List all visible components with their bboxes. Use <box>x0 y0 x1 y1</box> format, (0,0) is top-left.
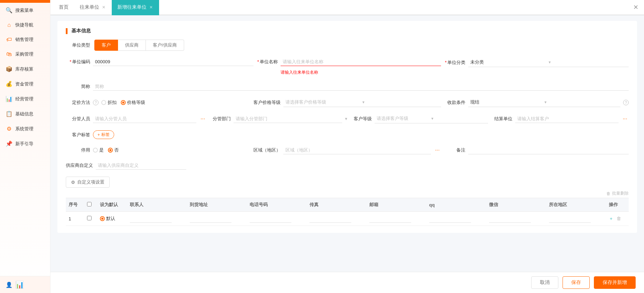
customer-tag-label: 客户标签 <box>66 132 90 138</box>
th-region: 所在地区 <box>546 198 606 212</box>
row-address-input[interactable] <box>190 214 231 223</box>
payment-terms-select[interactable]: 现结 ▾ <box>468 98 620 107</box>
section-title-text: 基本信息 <box>71 28 91 34</box>
row-default-radio[interactable]: 默认 <box>100 215 124 222</box>
unit-name-input[interactable] <box>281 58 441 66</box>
unit-type-group: 客户 供应商 客户/供应商 <box>94 40 184 51</box>
region-input[interactable] <box>283 146 431 154</box>
th-fax: 传真 <box>307 198 367 212</box>
tab-partners-close[interactable]: ✕ <box>101 5 106 10</box>
disabled-region-row: 停用 是 否 区域（地区） ··· <box>66 146 629 154</box>
row-delete-icon[interactable]: 🗑 <box>616 216 621 221</box>
th-contact: 联系人 <box>127 198 187 212</box>
short-name-label: 简称 <box>66 83 90 90</box>
manager-label: 分管人员 <box>66 116 90 122</box>
box-icon: 📦 <box>6 66 13 72</box>
batch-delete-row[interactable]: 🗑 批量删除 <box>66 190 629 196</box>
settlement-more-icon[interactable]: ··· <box>621 116 629 122</box>
sidebar-item-guide[interactable]: 📌 新手引导 <box>0 136 50 151</box>
pricing-radio-discount[interactable]: 折扣 <box>101 99 117 106</box>
disabled-yes[interactable]: 是 <box>93 147 104 153</box>
row-fax-input[interactable] <box>309 214 351 223</box>
sidebar-item-finance[interactable]: 💰 资金管理 <box>0 76 50 91</box>
add-tag-icon: + <box>97 132 100 137</box>
row-default: 默认 <box>97 212 127 226</box>
customer-tag-row: 客户标签 + 标签 <box>66 130 629 139</box>
sidebar-user-label: 📊 <box>15 280 24 289</box>
tab-partners[interactable]: 往来单位 ✕ <box>74 0 112 15</box>
department-input[interactable] <box>234 115 342 123</box>
tab-new-partner-close[interactable]: ✕ <box>149 5 154 10</box>
short-name-input[interactable] <box>93 82 629 91</box>
sidebar-item-basic[interactable]: 📋 基础信息 <box>0 106 50 121</box>
supplier-custom-label: 供应商自定义 <box>66 162 93 169</box>
remark-input[interactable] <box>468 146 629 154</box>
save-button[interactable]: 保存 <box>563 276 590 289</box>
unit-category-label: 单位分类 <box>441 59 465 66</box>
sidebar-item-operations[interactable]: 📊 经营管理 <box>0 91 50 106</box>
row-qq-input[interactable] <box>429 214 471 223</box>
disabled-label: 停用 <box>66 147 90 153</box>
tab-home[interactable]: 首页 <box>53 0 74 15</box>
sidebar-item-quick-nav[interactable]: ⌂ 快捷导航 <box>0 18 50 32</box>
th-address: 到货地址 <box>187 198 247 212</box>
cancel-button[interactable]: 取消 <box>531 276 558 289</box>
customer-level-select[interactable]: 请选择客户等级 ▾ <box>375 114 488 123</box>
row-add-icon[interactable]: ＋ <box>609 216 613 221</box>
sidebar-item-sales[interactable]: 🏷 销售管理 <box>0 32 50 47</box>
pricing-row: 定价方法 ? 折扣 价格等级 客户价格等级 <box>66 98 629 107</box>
save-and-new-button[interactable]: 保存并新增 <box>594 276 636 289</box>
tab-new-partner[interactable]: 新增往来单位 ✕ <box>112 0 159 15</box>
settings-icon: ⚙ <box>71 180 75 185</box>
pricing-method-field: 定价方法 ? 折扣 价格等级 <box>66 99 253 106</box>
custom-settings-button[interactable]: ⚙ 自定义项设置 <box>66 177 110 188</box>
customer-price-level-select[interactable]: 请选择客户价格等级 ▾ <box>283 98 441 107</box>
region-more-icon[interactable]: ··· <box>434 147 441 153</box>
remark-label: 备注 <box>441 147 465 153</box>
disabled-no[interactable]: 否 <box>108 147 119 153</box>
row-wechat-input[interactable] <box>489 214 531 223</box>
add-tag-button[interactable]: + 标签 <box>93 130 114 139</box>
customer-price-level-placeholder: 请选择客户价格等级 <box>285 99 362 105</box>
unit-btn-supplier[interactable]: 供应商 <box>118 40 146 51</box>
sidebar-item-search[interactable]: 🔍 搜索菜单 <box>0 3 50 18</box>
pricing-radio-level[interactable]: 价格等级 <box>121 99 145 106</box>
sidebar-item-inventory[interactable]: 📦 库存核算 <box>0 62 50 76</box>
sidebar-item-label: 库存核算 <box>15 66 33 72</box>
th-phone: 电话号码 <box>247 198 307 212</box>
manager-more-icon[interactable]: ··· <box>199 116 206 122</box>
sidebar-item-label: 采购管理 <box>15 51 33 57</box>
unit-code-input[interactable] <box>93 58 253 66</box>
sidebar-item-system[interactable]: ⚙ 系统管理 <box>0 121 50 136</box>
unit-btn-customer[interactable]: 客户 <box>94 40 118 51</box>
pricing-info-icon[interactable]: ? <box>93 100 99 105</box>
manager-input[interactable] <box>93 115 196 123</box>
sidebar-item-purchase[interactable]: 🛍 采购管理 <box>0 47 50 62</box>
sidebar-top-bar <box>0 0 50 3</box>
select-all-checkbox[interactable] <box>87 202 92 206</box>
unit-category-select[interactable]: 未分类 ▾ <box>468 58 629 67</box>
disabled-field: 停用 是 否 <box>66 147 253 153</box>
payment-info-icon[interactable]: ? <box>623 100 629 105</box>
row-region-input[interactable] <box>549 214 591 223</box>
radio-discount-circle <box>101 100 106 105</box>
table-body: 1 默认 <box>66 212 629 226</box>
pricing-radio-group: 折扣 价格等级 <box>101 99 145 106</box>
unit-code-label: 单位编码 <box>66 59 90 65</box>
th-wechat: 微信 <box>486 198 546 212</box>
payment-terms-value: 现结 <box>470 99 544 105</box>
tab-new-partner-label: 新增往来单位 <box>117 4 147 10</box>
tab-bar-close-button[interactable]: ✕ <box>630 3 641 11</box>
unit-btn-both[interactable]: 客户/供应商 <box>146 40 184 51</box>
row-select-checkbox[interactable] <box>87 216 92 220</box>
row-phone-input[interactable] <box>250 214 291 223</box>
main-area: 首页 往来单位 ✕ 新增往来单位 ✕ ✕ ▌ 基本信息 单位类型 客户 <box>50 0 644 293</box>
settlement-unit-input[interactable] <box>515 115 619 123</box>
region-label: 区域（地区） <box>253 147 281 153</box>
pin-icon: 📌 <box>6 140 13 147</box>
chevron-down-icon2: ▾ <box>362 100 439 105</box>
supplier-custom-input[interactable] <box>96 161 186 170</box>
row-contact-input[interactable] <box>130 214 172 223</box>
row-qq <box>426 212 486 226</box>
row-email-input[interactable] <box>369 214 411 223</box>
